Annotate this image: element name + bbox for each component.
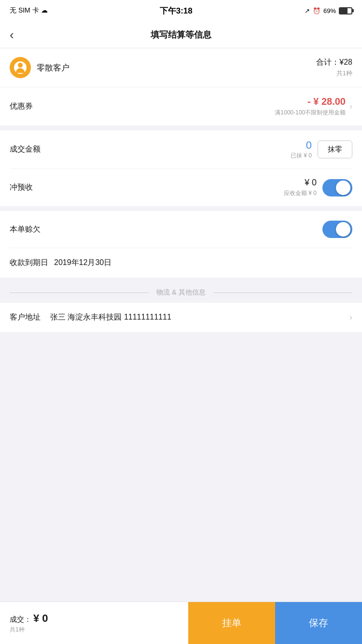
nav-bar: ‹ 填写结算等信息 <box>0 21 362 48</box>
total-count: 共1种 <box>316 69 352 78</box>
total-amount: 合计：¥28 <box>316 57 352 68</box>
customer-left: 零散客户 <box>10 57 70 78</box>
prepay-label: 冲预收 <box>10 182 33 193</box>
bottom-bar: 成交： ¥ 0 共1种 挂单 保存 <box>0 602 362 644</box>
battery-label: 69% <box>323 7 336 14</box>
bottom-left: 成交： ¥ 0 共1种 <box>0 612 188 634</box>
deal-amount-label: 成交金额 <box>10 144 41 154</box>
coupon-amount: - ¥ 28.00 <box>275 96 346 107</box>
coupon-right: - ¥ 28.00 满1000-100不限制使用金额 › <box>275 96 352 117</box>
round-zero-button[interactable]: 抹零 <box>318 140 352 158</box>
debt-section: 本单赊欠 收款到期日 2019年12月30日 <box>0 211 362 278</box>
deal-amount-sub: 已抹 ¥ 0 <box>291 152 312 160</box>
bottom-deal-amount: ¥ 0 <box>33 612 48 625</box>
divider-right <box>213 293 352 293</box>
logistics-title: 物流 & 其他信息 <box>156 288 205 297</box>
deal-amount-right: 0 已抹 ¥ 0 抹零 <box>291 139 352 160</box>
due-date-label: 收款到期日 <box>10 258 48 268</box>
status-bar: 无 SIM 卡 ☁ 下午3:18 ↗ ⏰ 69% <box>0 0 362 21</box>
toggle-thumb <box>336 181 350 195</box>
deal-amount-info: 0 已抹 ¥ 0 <box>291 139 312 160</box>
bottom-deal-row: 成交： ¥ 0 <box>10 612 179 625</box>
prepay-right: ¥ 0 应收金额 ¥ 0 <box>284 178 352 197</box>
hang-button[interactable]: 挂单 <box>188 602 275 644</box>
prepay-toggle[interactable] <box>322 179 352 196</box>
bottom-count: 共1种 <box>10 626 179 634</box>
chevron-right-icon: › <box>349 101 352 112</box>
prepay-amount: ¥ 0 <box>284 178 317 188</box>
address-chevron-icon: › <box>349 312 352 322</box>
alarm-icon: ⏰ <box>313 7 320 14</box>
no-sim-label: 无 SIM 卡 ☁ <box>10 6 48 15</box>
battery-icon <box>339 7 352 14</box>
save-button[interactable]: 保存 <box>275 602 362 644</box>
deal-section: 成交金额 0 已抹 ¥ 0 抹零 冲预收 ¥ 0 应收金额 ¥ 0 <box>0 130 362 206</box>
debt-toggle[interactable] <box>322 221 352 238</box>
address-label: 客户地址 <box>10 312 41 322</box>
deal-amount-row: 成交金额 0 已抹 ¥ 0 抹零 <box>10 130 352 169</box>
page-title: 填写结算等信息 <box>151 29 211 41</box>
prepay-sub: 应收金额 ¥ 0 <box>284 189 317 197</box>
content: 零散客户 合计：¥28 共1种 优惠券 - ¥ 28.00 满1000-100不… <box>0 48 362 385</box>
coupon-row[interactable]: 优惠券 - ¥ 28.00 满1000-100不限制使用金额 › <box>0 87 362 126</box>
customer-row: 零散客户 合计：¥28 共1种 <box>0 48 362 87</box>
deal-amount-value: 0 <box>306 139 312 151</box>
address-value: 张三 海淀永丰科技园 11111111111 <box>50 312 340 322</box>
debt-label: 本单赊欠 <box>10 224 41 235</box>
due-date-value: 2019年12月30日 <box>54 258 111 268</box>
status-right: ↗ ⏰ 69% <box>305 7 352 14</box>
avatar-icon <box>14 61 27 74</box>
location-icon: ↗ <box>305 7 310 14</box>
divider-left <box>10 293 149 293</box>
prepay-row: 冲预收 ¥ 0 应收金额 ¥ 0 <box>10 169 352 206</box>
status-time: 下午3:18 <box>160 5 193 16</box>
bottom-deal-label: 成交： <box>10 615 31 624</box>
avatar <box>10 57 31 78</box>
coupon-description: 满1000-100不限制使用金额 <box>275 109 346 117</box>
prepay-amount-col: ¥ 0 应收金额 ¥ 0 <box>284 178 317 197</box>
customer-name: 零散客户 <box>37 62 70 73</box>
back-button[interactable]: ‹ <box>10 28 14 41</box>
debt-row: 本单赊欠 <box>10 211 352 248</box>
address-section: 客户地址 张三 海淀永丰科技园 11111111111 › <box>0 303 362 332</box>
customer-card: 零散客户 合计：¥28 共1种 优惠券 - ¥ 28.00 满1000-100不… <box>0 48 362 126</box>
address-row[interactable]: 客户地址 张三 海淀永丰科技园 11111111111 › <box>10 303 352 332</box>
debt-toggle-thumb <box>336 222 350 237</box>
coupon-label: 优惠券 <box>10 101 33 112</box>
logistics-header: 物流 & 其他信息 <box>0 282 362 303</box>
customer-summary: 合计：¥28 共1种 <box>316 57 352 78</box>
due-date-row: 收款到期日 2019年12月30日 <box>10 248 352 278</box>
coupon-info: - ¥ 28.00 满1000-100不限制使用金额 <box>275 96 346 117</box>
status-left: 无 SIM 卡 ☁ <box>10 6 48 15</box>
